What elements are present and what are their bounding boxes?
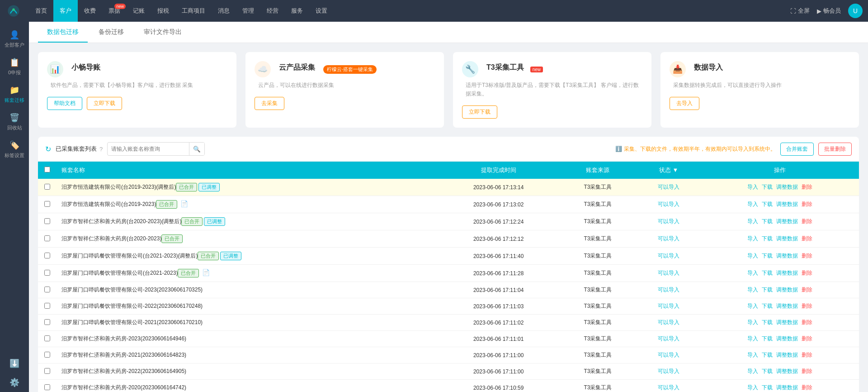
nav-item-客户[interactable]: 客户 [53, 0, 78, 22]
action-调整数据[interactable]: 调整数据 [776, 270, 798, 276]
action-导入[interactable]: 导入 [747, 201, 758, 207]
file-icon[interactable]: 📄 [202, 269, 210, 276]
action-调整数据[interactable]: 调整数据 [776, 253, 798, 259]
row-checkbox[interactable] [44, 319, 50, 325]
action-删除[interactable]: 删除 [802, 253, 812, 259]
action-下载[interactable]: 下载 [762, 235, 773, 242]
action-导入[interactable]: 导入 [747, 287, 758, 293]
row-checkbox[interactable] [44, 184, 50, 190]
tab-data-migration[interactable]: 数据包迁移 [38, 22, 88, 43]
action-删除[interactable]: 删除 [802, 270, 812, 276]
fullscreen-btn[interactable]: ⛶ 全屏 [790, 7, 810, 15]
nav-item-收费[interactable]: 收费 [78, 0, 102, 22]
search-button[interactable]: 🔍 [189, 143, 204, 155]
action-导入[interactable]: 导入 [747, 253, 758, 259]
sidebar-item-settings[interactable]: ⚙️ [9, 373, 19, 392]
row-checkbox[interactable] [44, 303, 50, 309]
action-导入[interactable]: 导入 [747, 319, 758, 325]
action-调整数据[interactable]: 调整数据 [776, 352, 798, 358]
merge-accounts-button[interactable]: 合并账套 [780, 143, 814, 156]
sidebar-item-tag-settings[interactable]: 🏷️ 标签设置 [0, 136, 29, 163]
row-checkbox[interactable] [44, 287, 50, 292]
action-调整数据[interactable]: 调整数据 [776, 218, 798, 225]
row-checkbox[interactable] [44, 352, 50, 358]
app-logo[interactable] [5, 3, 22, 19]
action-调整数据[interactable]: 调整数据 [776, 368, 798, 374]
action-导入[interactable]: 导入 [747, 218, 758, 225]
file-icon[interactable]: 📄 [180, 200, 188, 207]
action-删除[interactable]: 删除 [802, 352, 812, 358]
action-删除[interactable]: 删除 [802, 201, 812, 207]
action-导入[interactable]: 导入 [747, 384, 758, 391]
tab-audit-export[interactable]: 审计文件导出 [135, 22, 191, 43]
go-collect-button[interactable]: 去采集 [255, 97, 284, 110]
action-导入[interactable]: 导入 [747, 368, 758, 374]
nav-item-票据[interactable]: 票据new [102, 0, 127, 22]
action-下载[interactable]: 下载 [762, 253, 773, 259]
action-下载[interactable]: 下载 [762, 319, 773, 325]
row-checkbox[interactable] [44, 201, 50, 207]
nav-item-消息[interactable]: 消息 [212, 0, 236, 22]
row-checkbox[interactable] [44, 270, 50, 276]
sidebar-item-all-clients[interactable]: 👤 全部客户 [0, 25, 29, 53]
row-checkbox[interactable] [44, 218, 50, 224]
sidebar-item-recycle[interactable]: 🗑️ 回收站 [0, 108, 29, 136]
col-status[interactable]: 状态 ▼ [637, 162, 701, 179]
t3-download-button[interactable]: 立即下载 [462, 105, 497, 119]
nav-item-设置[interactable]: 设置 [309, 0, 334, 22]
action-下载[interactable]: 下载 [762, 384, 773, 391]
action-删除[interactable]: 删除 [802, 218, 812, 225]
action-下载[interactable]: 下载 [762, 303, 773, 309]
action-调整数据[interactable]: 调整数据 [776, 319, 798, 325]
help-icon[interactable]: ? [99, 146, 103, 153]
action-下载[interactable]: 下载 [762, 270, 773, 276]
action-调整数据[interactable]: 调整数据 [776, 184, 798, 190]
action-导入[interactable]: 导入 [747, 303, 758, 309]
nav-item-报税[interactable]: 报税 [151, 0, 175, 22]
action-删除[interactable]: 删除 [802, 287, 812, 293]
batch-delete-button[interactable]: 批量删除 [818, 143, 852, 156]
download-now-button[interactable]: 立即下载 [87, 97, 122, 110]
go-import-button[interactable]: 去导入 [670, 97, 699, 110]
action-下载[interactable]: 下载 [762, 335, 773, 342]
action-调整数据[interactable]: 调整数据 [776, 384, 798, 391]
action-下载[interactable]: 下载 [762, 184, 773, 190]
nav-item-工商项目[interactable]: 工商项目 [175, 0, 212, 22]
search-input[interactable] [108, 146, 189, 152]
action-下载[interactable]: 下载 [762, 201, 773, 207]
action-调整数据[interactable]: 调整数据 [776, 287, 798, 293]
refresh-icon[interactable]: ↻ [45, 145, 51, 153]
row-checkbox[interactable] [44, 335, 50, 341]
nav-item-管理[interactable]: 管理 [236, 0, 260, 22]
action-调整数据[interactable]: 调整数据 [776, 201, 798, 207]
action-下载[interactable]: 下载 [762, 218, 773, 225]
action-导入[interactable]: 导入 [747, 335, 758, 342]
help-doc-button[interactable]: 帮助文档 [47, 97, 82, 110]
row-checkbox[interactable] [44, 253, 50, 258]
tab-backup-migration[interactable]: 备份迁移 [90, 22, 133, 43]
action-删除[interactable]: 删除 [802, 319, 812, 325]
row-checkbox[interactable] [44, 235, 50, 241]
member-btn[interactable]: ▶ 畅会员 [817, 7, 841, 15]
action-删除[interactable]: 删除 [802, 384, 812, 391]
action-删除[interactable]: 删除 [802, 368, 812, 374]
nav-item-服务[interactable]: 服务 [285, 0, 309, 22]
row-checkbox[interactable] [44, 368, 50, 374]
sidebar-item-zero-declaration[interactable]: 📋 0申报 [0, 53, 29, 81]
action-下载[interactable]: 下载 [762, 352, 773, 358]
action-导入[interactable]: 导入 [747, 270, 758, 276]
action-调整数据[interactable]: 调整数据 [776, 303, 798, 309]
action-导入[interactable]: 导入 [747, 184, 758, 190]
action-下载[interactable]: 下载 [762, 287, 773, 293]
action-调整数据[interactable]: 调整数据 [776, 235, 798, 242]
action-导入[interactable]: 导入 [747, 352, 758, 358]
sidebar-item-account-migration[interactable]: 📁 账套迁移 [0, 81, 29, 108]
action-导入[interactable]: 导入 [747, 235, 758, 242]
nav-item-经营[interactable]: 经营 [260, 0, 285, 22]
action-删除[interactable]: 删除 [802, 335, 812, 342]
user-avatar[interactable]: U [848, 4, 863, 18]
row-checkbox[interactable] [44, 384, 50, 390]
nav-item-首页[interactable]: 首页 [29, 0, 53, 22]
select-all-checkbox[interactable] [44, 167, 50, 172]
action-删除[interactable]: 删除 [802, 303, 812, 309]
